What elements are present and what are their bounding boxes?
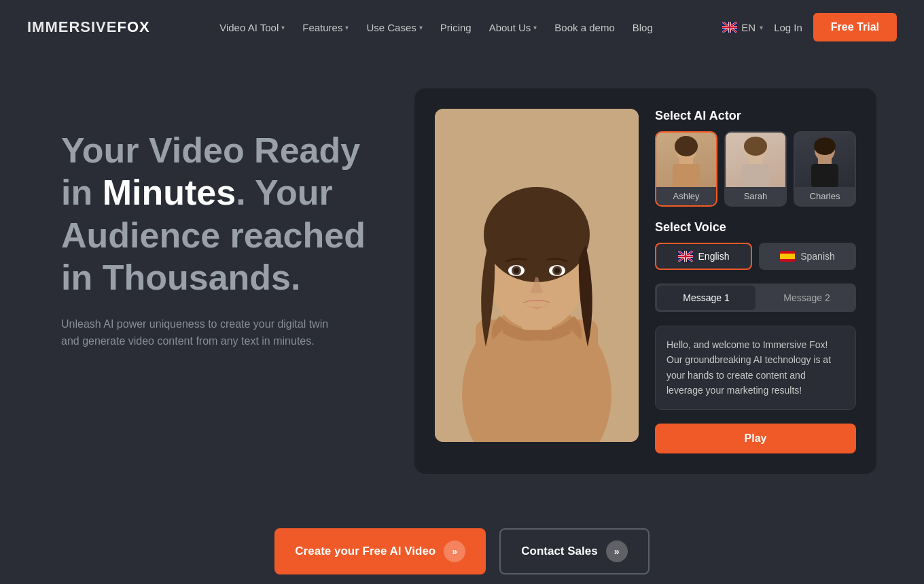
logo[interactable]: IMMERSIVEFOX bbox=[27, 18, 150, 36]
actor-name-ashley: Ashley bbox=[656, 187, 716, 205]
voice-english-button[interactable]: English bbox=[655, 243, 752, 270]
actor-svg bbox=[435, 109, 639, 442]
nav-item-blog[interactable]: Blog bbox=[626, 18, 660, 37]
voice-options: English Spanish bbox=[655, 243, 856, 270]
actor-section-title: Select AI Actor bbox=[655, 109, 856, 123]
nav-link-use-cases[interactable]: Use Cases ▾ bbox=[359, 18, 429, 37]
message-text: Hello, and welcome to Immersive Fox! Our… bbox=[655, 326, 856, 410]
svg-point-22 bbox=[814, 137, 836, 155]
actor-grid: Ashley Sarah bbox=[655, 131, 856, 207]
lang-label: EN bbox=[741, 22, 756, 33]
nav-item-about-us[interactable]: About Us ▾ bbox=[482, 18, 544, 37]
voice-section-title: Select Voice bbox=[655, 220, 856, 235]
uk-flag-icon bbox=[722, 22, 737, 33]
message-section: Message 1 Message 2 bbox=[655, 284, 856, 312]
actor-name-charles: Charles bbox=[795, 187, 855, 205]
spain-flag-icon bbox=[780, 251, 795, 262]
contact-sales-button[interactable]: Contact Sales » bbox=[499, 528, 649, 574]
voice-selection: Select Voice English bbox=[655, 220, 856, 270]
svg-point-6 bbox=[484, 187, 590, 282]
actor-selection: Select AI Actor Ashley bbox=[655, 109, 856, 207]
cta-section: Create your Free AI Video » Contact Sale… bbox=[0, 515, 924, 584]
svg-point-18 bbox=[744, 137, 767, 156]
login-button[interactable]: Log In bbox=[774, 22, 802, 33]
voice-spanish-button[interactable]: Spanish bbox=[759, 243, 856, 270]
chevron-down-icon: ▾ bbox=[345, 24, 349, 31]
actor-preview bbox=[435, 109, 639, 442]
uk-flag-small-icon bbox=[678, 251, 693, 262]
svg-rect-24 bbox=[811, 164, 838, 187]
controls-panel: Select AI Actor Ashley bbox=[655, 109, 856, 453]
language-selector[interactable]: EN ▾ bbox=[722, 22, 763, 33]
arrow-right-icon: » bbox=[444, 540, 465, 562]
free-trial-button[interactable]: Free Trial bbox=[813, 13, 897, 41]
svg-point-12 bbox=[554, 268, 560, 273]
actor-thumb-sarah bbox=[726, 133, 785, 187]
svg-point-14 bbox=[675, 136, 698, 156]
nav-link-book-demo[interactable]: Book a demo bbox=[548, 18, 621, 37]
hero-title: Your Video Ready in Minutes. Your Audien… bbox=[61, 129, 374, 299]
message-tab-1[interactable]: Message 1 bbox=[657, 286, 756, 310]
navbar: IMMERSIVEFOX Video AI Tool ▾ Features ▾ … bbox=[0, 0, 924, 54]
nav-link-blog[interactable]: Blog bbox=[626, 18, 660, 37]
svg-point-9 bbox=[514, 268, 519, 273]
nav-right: EN ▾ Log In Free Trial bbox=[722, 13, 897, 41]
actor-card-ashley[interactable]: Ashley bbox=[655, 131, 717, 207]
message-tab-2[interactable]: Message 2 bbox=[758, 284, 856, 312]
actor-card-charles[interactable]: Charles bbox=[794, 131, 856, 207]
chevron-down-icon: ▾ bbox=[760, 24, 763, 31]
svg-rect-27 bbox=[780, 254, 795, 259]
nav-item-video-ai-tool[interactable]: Video AI Tool ▾ bbox=[213, 18, 291, 37]
actor-thumb-charles bbox=[795, 133, 855, 187]
message-tabs: Message 1 Message 2 bbox=[655, 284, 856, 312]
logo-part2: FOX bbox=[117, 18, 149, 35]
chevron-down-icon: ▾ bbox=[419, 24, 423, 31]
chevron-down-icon: ▾ bbox=[281, 24, 285, 31]
nav-link-features[interactable]: Features ▾ bbox=[296, 18, 355, 37]
actor-thumb-ashley bbox=[656, 133, 716, 187]
actor-name-sarah: Sarah bbox=[726, 187, 785, 205]
arrow-right-icon: » bbox=[606, 540, 628, 562]
nav-link-about-us[interactable]: About Us ▾ bbox=[482, 18, 544, 37]
nav-item-pricing[interactable]: Pricing bbox=[433, 18, 478, 37]
chevron-down-icon: ▾ bbox=[533, 24, 537, 31]
nav-links: Video AI Tool ▾ Features ▾ Use Cases ▾ P… bbox=[213, 18, 660, 37]
nav-link-pricing[interactable]: Pricing bbox=[433, 18, 478, 37]
logo-part1: IMMERSIVE bbox=[27, 18, 117, 35]
nav-item-use-cases[interactable]: Use Cases ▾ bbox=[359, 18, 429, 37]
demo-card: Select AI Actor Ashley bbox=[414, 88, 876, 474]
create-video-button[interactable]: Create your Free AI Video » bbox=[274, 528, 486, 574]
svg-rect-16 bbox=[673, 164, 700, 187]
nav-item-book-demo[interactable]: Book a demo bbox=[548, 18, 621, 37]
nav-item-features[interactable]: Features ▾ bbox=[296, 18, 355, 37]
hero-subtitle: Unleash AI power uniqueness to create yo… bbox=[61, 315, 333, 350]
hero-section: Your Video Ready in Minutes. Your Audien… bbox=[0, 54, 924, 515]
actor-card-sarah[interactable]: Sarah bbox=[724, 131, 787, 207]
hero-text: Your Video Ready in Minutes. Your Audien… bbox=[61, 88, 387, 350]
actor-preview-image bbox=[435, 109, 639, 442]
svg-rect-20 bbox=[742, 164, 769, 187]
play-button[interactable]: Play bbox=[655, 424, 856, 453]
nav-link-video-ai-tool[interactable]: Video AI Tool ▾ bbox=[213, 18, 291, 37]
